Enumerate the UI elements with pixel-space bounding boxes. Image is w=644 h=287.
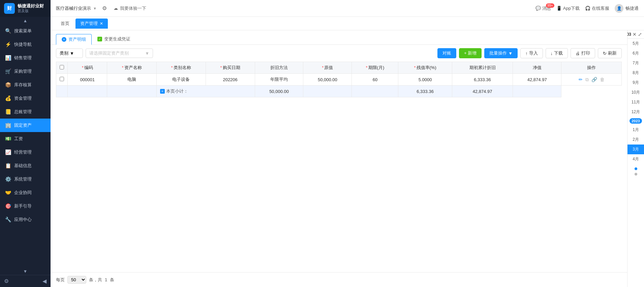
category-filter-label: 类别 [60, 50, 68, 56]
tab-asset-management[interactable]: 资产管理 ✕ [75, 19, 108, 29]
copy-icon[interactable]: ⧉ [585, 77, 589, 83]
header-category: *类别名称 [156, 62, 206, 74]
sidebar-label-search: 搜索菜单 [14, 28, 32, 34]
tab-close-icon[interactable]: ✕ [100, 21, 103, 26]
category-filter[interactable]: 类别 ▼ [56, 49, 83, 58]
subtotal-label-cell: ≡ 本页小计： [156, 86, 255, 97]
logo-icon: 财 [4, 3, 15, 14]
new-button[interactable]: + 新增 [459, 48, 482, 58]
select-all-checkbox[interactable] [60, 65, 64, 69]
settings-icon[interactable]: ⚙ [4, 278, 9, 284]
expand-panel-icon[interactable]: ⤢ [638, 32, 642, 37]
sidebar-item-basic-info[interactable]: 📋 基础信息 [0, 159, 51, 172]
toolbar: 类别 ▼ 请选择固定资产类别 ▼ 对账 + 新增 批量操作 ▼ [51, 45, 627, 62]
header-original-value: *原值 [303, 62, 352, 74]
month-8[interactable]: 8月 [627, 68, 644, 78]
sidebar-item-sales[interactable]: 📊 销售管理 [0, 51, 51, 65]
sidebar-menu: 🔍 搜索菜单 ⚡ 快捷导航 📊 销售管理 🛒 采购管理 📦 库存核算 💰 资金管… [0, 24, 51, 267]
sidebar-item-general-ledger[interactable]: 📒 总账管理 [0, 105, 51, 119]
logo-text-wrap: 畅捷通好业财 普及版 [18, 3, 44, 14]
scroll-dot-1[interactable] [635, 167, 637, 170]
sidebar-item-search[interactable]: 🔍 搜索菜单 [0, 24, 51, 38]
message-icon: 💬 [535, 6, 541, 11]
sidebar-item-purchase[interactable]: 🛒 采购管理 [0, 65, 51, 78]
sidebar: 财 畅捷通好业财 普及版 ▲ 🔍 搜索菜单 ⚡ 快捷导航 📊 销售管理 🛒 采购… [0, 0, 51, 287]
sidebar-label-finance: 资金管理 [14, 95, 32, 101]
messages-btn[interactable]: 💬 消息 99+ [535, 5, 551, 11]
edit-icon[interactable]: ✏ [579, 77, 583, 82]
month-12[interactable]: 12月 [627, 107, 644, 117]
sidebar-item-finance[interactable]: 💰 资金管理 [0, 92, 51, 105]
company-settings-icon[interactable]: ⚙ [102, 5, 107, 11]
collapse-icon[interactable]: ◀ [42, 278, 47, 284]
cell-net-value: 42,874.97 [513, 74, 561, 86]
per-page-select[interactable]: 50 100 200 [67, 276, 86, 284]
link-icon[interactable]: 🔗 [591, 77, 597, 82]
sidebar-item-fixed-assets[interactable]: 🏢 固定资产 [0, 119, 51, 132]
sidebar-item-app-center[interactable]: 🔧 应用中心 [0, 213, 51, 226]
month-3-active[interactable]: 3月 [627, 145, 644, 154]
month-9[interactable]: 9月 [627, 78, 644, 88]
sub-tab-change-voucher[interactable]: ✓ 变更生成凭证 [92, 34, 136, 44]
month-5[interactable]: 5月 [627, 39, 644, 49]
sales-icon: 📊 [5, 55, 11, 61]
sidebar-label-quick-nav: 快捷导航 [14, 41, 32, 47]
company-selector[interactable]: 医疗器械行业演示 ▼ [56, 5, 97, 11]
cell-period: 60 [352, 74, 398, 86]
month-10[interactable]: 10月 [627, 88, 644, 97]
category-type-placeholder: 请选择固定资产类别 [89, 50, 129, 56]
sub-tab-asset-detail[interactable]: ≡ 资产明细 [56, 34, 92, 45]
close-panel-icon[interactable]: ✕ [633, 32, 637, 37]
total-label: 条，共 [89, 277, 102, 283]
company-dropdown-arrow: ▼ [93, 6, 97, 10]
basic-info-icon: 📋 [5, 162, 11, 169]
batch-ops-arrow: ▼ [508, 51, 513, 56]
right-panel-months: 5月 6月 7月 8月 9月 10月 11月 12月 2023 1月 2月 3月… [627, 39, 644, 176]
sidebar-label-sales: 销售管理 [14, 55, 32, 61]
delete-icon[interactable]: 🗑 [600, 77, 605, 82]
print-button[interactable]: 🖨 打印 [571, 48, 595, 58]
sidebar-item-system[interactable]: ⚙️ 系统管理 [0, 172, 51, 186]
app-download-btn[interactable]: 📱 App下载 [556, 5, 580, 11]
tab-home[interactable]: 首页 [56, 19, 74, 29]
header-period: *期限(月) [352, 62, 398, 74]
sidebar-scroll-down[interactable]: ▼ [0, 267, 51, 275]
batch-ops-button[interactable]: 批量操作 ▼ [484, 48, 518, 58]
headset-icon: 🎧 [585, 6, 590, 11]
reconcile-button[interactable]: 对账 [437, 48, 456, 58]
month-1[interactable]: 1月 [627, 125, 644, 135]
month-2[interactable]: 2月 [627, 135, 644, 145]
import-icon: ↑ [525, 51, 528, 56]
sidebar-item-operations[interactable]: 📈 经营管理 [0, 146, 51, 159]
sidebar-item-inventory[interactable]: 📦 库存核算 [0, 78, 51, 92]
month-7[interactable]: 7月 [627, 58, 644, 68]
cell-code: 000001 [68, 74, 107, 86]
import-button[interactable]: ↑ 导入 [520, 48, 543, 58]
month-4[interactable]: 4月 [627, 154, 644, 164]
sidebar-item-quick-nav[interactable]: ⚡ 快捷导航 [0, 38, 51, 51]
sidebar-scroll-up[interactable]: ▲ [0, 17, 51, 24]
category-type-filter[interactable]: 请选择固定资产类别 ▼ [86, 49, 153, 58]
subtotal-empty-5 [352, 86, 398, 97]
user-menu[interactable]: 👤 畅捷通 [615, 4, 639, 13]
experience-btn[interactable]: ☁ 我要体验一下 [114, 5, 146, 11]
right-panel: 2023.03 ✕ ⤢ 5月 6月 7月 8月 9月 10月 11月 12月 2… [627, 30, 644, 287]
guide-icon: 🎯 [5, 203, 11, 210]
month-6[interactable]: 6月 [627, 49, 644, 58]
sidebar-item-cooperation[interactable]: 🤝 企业协同 [0, 186, 51, 199]
scroll-dot-2[interactable] [635, 173, 637, 176]
sidebar-label-system: 系统管理 [14, 176, 32, 182]
table-row: 000001 电脑 电子设备 202206 年限平均 50,000.00 60 … [56, 74, 622, 86]
row-checkbox[interactable] [60, 77, 64, 81]
sidebar-label-guide: 新手引导 [14, 203, 32, 209]
online-service-btn[interactable]: 🎧 在线客服 [585, 5, 609, 11]
header-operations: 操作 [561, 62, 622, 74]
sidebar-item-guide[interactable]: 🎯 新手引导 [0, 199, 51, 213]
batch-ops-label: 批量操作 [489, 50, 507, 56]
sidebar-item-payroll[interactable]: 💵 工资 [0, 132, 51, 146]
download-button[interactable]: ↓ 下载 [546, 48, 568, 58]
sidebar-label-payroll: 工资 [14, 136, 23, 142]
header-purchase-date: *购买日期 [206, 62, 255, 74]
refresh-button[interactable]: ↻ 刷新 [598, 48, 622, 58]
month-11[interactable]: 11月 [627, 97, 644, 107]
